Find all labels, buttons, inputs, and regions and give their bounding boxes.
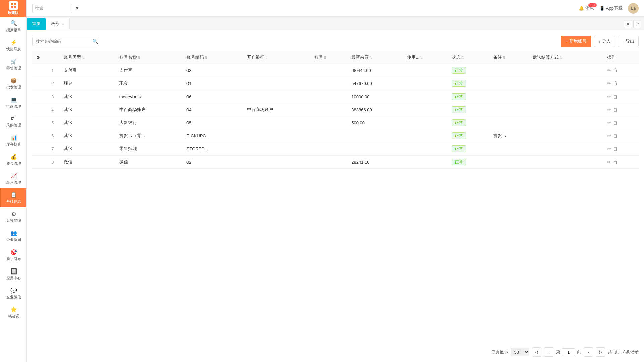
row-remark — [491, 64, 530, 77]
page-prev-button[interactable]: ‹ — [544, 347, 553, 357]
sidebar-item-quicknav[interactable]: ⚡ 快捷导航 — [0, 36, 26, 55]
sidebar-item-appcenter[interactable]: 🔲 应用中心 — [0, 265, 26, 284]
tab-action-expand[interactable]: ⤢ — [633, 20, 641, 28]
sidebar-item-ecommerce[interactable]: 💻 电商管理 — [0, 93, 26, 112]
app-download-button[interactable]: 📱 App下载 — [599, 5, 623, 11]
retail-icon: 🛒 — [10, 58, 17, 65]
app-logo: 乐账版 — [0, 0, 26, 17]
edit-button[interactable]: ✏ — [607, 68, 611, 73]
system-icon: ⚙ — [11, 211, 16, 217]
quicknav-icon: ⚡ — [10, 39, 17, 46]
sidebar-item-inventory[interactable]: 📊 库存核算 — [0, 131, 26, 150]
delete-button[interactable]: 🗑 — [613, 107, 618, 112]
sidebar-item-finance[interactable]: 💰 资金管理 — [0, 150, 26, 169]
search-button[interactable]: 🔍 — [90, 39, 99, 44]
row-bank — [244, 90, 311, 103]
th-balance[interactable]: 最新余额⇅ — [348, 51, 404, 64]
th-account[interactable]: 账号⇅ — [312, 51, 349, 64]
sidebar-item-system[interactable]: ⚙ 系统管理 — [0, 207, 26, 227]
tab-home[interactable]: 首页 — [27, 18, 46, 30]
th-settle[interactable]: 默认结算方式⇅ — [530, 51, 604, 64]
row-num: 3 — [44, 90, 61, 103]
delete-button[interactable]: 🗑 — [613, 81, 618, 86]
user-initials: Ea — [631, 6, 636, 11]
sidebar-item-member[interactable]: ⭐ 畅会员 — [0, 303, 26, 322]
table-row: 3 其它 moneybosx 06 10000.00 正常 ✏ 🗑 — [32, 90, 639, 103]
page-last-button[interactable]: ⟩⟩ — [596, 347, 605, 357]
edit-button[interactable]: ✏ — [607, 146, 611, 152]
topbar-dropdown[interactable]: ▼ — [75, 6, 79, 11]
export-button[interactable]: ↑ 导出 — [618, 36, 639, 47]
sidebar-item-search[interactable]: 🔍 搜索菜单 — [0, 17, 26, 36]
row-type: 微信 — [61, 156, 117, 169]
account-search-input[interactable] — [33, 37, 90, 46]
table-row: 6 其它 提货卡（零... PICKUPC... 正常 提货卡 ✏ 🗑 — [32, 129, 639, 142]
page-summary: 共1页，8条记录 — [608, 349, 639, 355]
page-first-button[interactable]: ⟨⟨ — [532, 347, 541, 357]
sidebar-item-guide[interactable]: 🎯 新手引导 — [0, 246, 26, 265]
accounts-table: ⚙ 账号类型⇅ 账号名称⇅ 账号编码⇅ 开户银行⇅ 账号⇅ 最新余额⇅ 使用..… — [32, 51, 639, 169]
svg-rect-3 — [14, 6, 16, 8]
row-status: 正常 — [449, 129, 491, 142]
row-settings — [32, 142, 44, 156]
bell-icon: 🔔 — [579, 6, 584, 11]
th-bank[interactable]: 开户银行⇅ — [244, 51, 311, 64]
row-settle — [530, 116, 604, 129]
row-account — [312, 90, 349, 103]
sidebar-item-collab[interactable]: 👥 企业协同 — [0, 227, 26, 246]
row-num: 6 — [44, 129, 61, 142]
pagination: 每页显示 50 100 ⟨⟨ ‹ 第 页 › ⟩⟩ 共1页，8条记录 — [32, 343, 639, 357]
th-name[interactable]: 账号名称⇅ — [117, 51, 184, 64]
page-next-button[interactable]: › — [584, 347, 593, 357]
edit-button[interactable]: ✏ — [607, 120, 611, 125]
tab-close-icon[interactable]: ✕ — [61, 21, 65, 26]
tab-action-close[interactable]: ✕ — [624, 20, 632, 28]
import-label: 导入 — [602, 38, 611, 44]
delete-button[interactable]: 🗑 — [613, 68, 618, 73]
tab-actions: ✕ ⤢ — [624, 20, 641, 28]
sidebar-item-retail[interactable]: 🛒 零售管理 — [0, 55, 26, 74]
th-remark[interactable]: 备注⇅ — [491, 51, 530, 64]
delete-button[interactable]: 🗑 — [613, 94, 618, 99]
row-usage — [404, 142, 449, 156]
th-status[interactable]: 状态⇅ — [449, 51, 491, 64]
sidebar-item-operations[interactable]: 📈 经营管理 — [0, 169, 26, 188]
row-balance — [348, 142, 404, 156]
edit-button[interactable]: ✏ — [607, 159, 611, 165]
row-name: 微信 — [117, 156, 184, 169]
th-settings[interactable]: ⚙ — [32, 51, 44, 64]
sidebar-item-bizwechat[interactable]: 💬 企业微信 — [0, 284, 26, 303]
sidebar-item-label: 快捷导航 — [6, 47, 21, 52]
sidebar-item-wholesale[interactable]: 📦 批发管理 — [0, 74, 26, 93]
page-number-input[interactable] — [562, 348, 575, 356]
row-usage — [404, 116, 449, 129]
page-size-select[interactable]: 50 100 — [511, 348, 529, 356]
table-row: 7 其它 零售抵现 STORED... 正常 ✏ 🗑 — [32, 142, 639, 156]
row-actions: ✏ 🗑 — [604, 142, 639, 156]
toolbar-right: + 新增账号 ↓ 导入 ↑ 导出 — [561, 36, 639, 47]
edit-button[interactable]: ✏ — [607, 94, 611, 99]
user-avatar[interactable]: Ea — [628, 3, 639, 14]
sidebar-item-basicinfo[interactable]: 📋 基础信息 — [0, 188, 26, 207]
notification-button[interactable]: 🔔 消息 99+ — [579, 5, 594, 11]
tab-account[interactable]: 账号 ✕ — [46, 18, 70, 30]
th-type[interactable]: 账号类型⇅ — [61, 51, 117, 64]
th-usage[interactable]: 使用...⇅ — [404, 51, 449, 64]
delete-button[interactable]: 🗑 — [613, 159, 618, 165]
table-wrap: ⚙ 账号类型⇅ 账号名称⇅ 账号编码⇅ 开户银行⇅ 账号⇅ 最新余额⇅ 使用..… — [32, 51, 639, 343]
page-size-wrap: 每页显示 50 100 — [491, 348, 529, 356]
import-button[interactable]: ↓ 导入 — [594, 36, 615, 47]
edit-button[interactable]: ✏ — [607, 81, 611, 86]
delete-button[interactable]: 🗑 — [613, 120, 618, 125]
edit-button[interactable]: ✏ — [607, 107, 611, 112]
add-account-button[interactable]: + 新增账号 — [561, 36, 591, 47]
edit-button[interactable]: ✏ — [607, 133, 611, 138]
topbar-search-input[interactable] — [32, 4, 72, 13]
delete-button[interactable]: 🗑 — [613, 133, 618, 138]
search-icon: 🔍 — [10, 20, 17, 26]
top-bar-right: 🔔 消息 99+ 📱 App下载 Ea — [579, 3, 639, 14]
th-code[interactable]: 账号编码⇅ — [184, 51, 244, 64]
delete-button[interactable]: 🗑 — [613, 146, 618, 152]
sidebar: 乐账版 🔍 搜索菜单 ⚡ 快捷导航 🛒 零售管理 📦 批发管理 💻 电商管理 🛍… — [0, 0, 27, 362]
sidebar-item-purchase[interactable]: 🛍 采购管理 — [0, 112, 26, 131]
